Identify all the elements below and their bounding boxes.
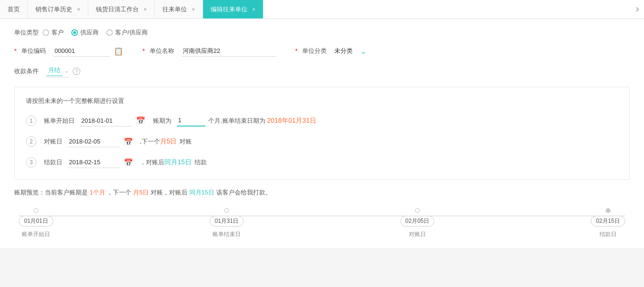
radio-both-label: 客户/供应商 (115, 28, 148, 37)
step-1: 1 (26, 116, 36, 126)
period-row2-pre: ,下一个 (140, 137, 160, 146)
step-2: 2 (26, 136, 36, 147)
timeline-label-0: 账单开始日 (22, 230, 50, 238)
timeline-dot-2 (415, 208, 420, 213)
period-date-1[interactable] (80, 115, 132, 127)
period-row2-post: 对账 (179, 137, 192, 146)
class-star: * (295, 47, 297, 55)
tab-cash-label: 钱货日清工作台 (96, 5, 139, 14)
collect-row: 收款条件 月结 ⌄ ? (14, 65, 630, 77)
unit-type-label: 单位类型 (14, 28, 39, 37)
unit-class-group: * 单位分类 未分类 ⌄ (295, 47, 366, 56)
unit-code-icon[interactable]: 📋 (114, 47, 123, 56)
timeline-point-1: 01月31日 账单结束日 (210, 208, 244, 238)
collect-value: 月结 (46, 65, 62, 76)
name-star: * (142, 47, 144, 55)
tab-cash-close[interactable]: × (144, 6, 147, 13)
period-month-input[interactable] (177, 115, 205, 127)
unit-code-group: * 单位编码 📋 (14, 45, 123, 57)
period-row3-pre: ，对账后 (140, 158, 164, 167)
period-row-3: 3 结款日 📅 ，对账后 同月15日 结款 (26, 157, 618, 168)
collect-select-wrapper[interactable]: 月结 ⌄ (46, 65, 69, 77)
unit-type-row: 单位类型 客户 供应商 客户/供应商 (14, 28, 630, 37)
unit-name-group: * 单位名称 (142, 45, 276, 57)
period-label-2: 对账日 (44, 137, 62, 146)
timeline-badge-1: 01月31日 (210, 216, 244, 227)
period-row2-highlight: 月5日 (160, 137, 177, 146)
timeline-wrapper: 01月01日 账单开始日 01月31日 账单结束日 02月05日 对账日 02月… (14, 208, 630, 238)
radio-both[interactable]: 客户/供应商 (106, 28, 148, 37)
period-label-3: 结款日 (44, 158, 62, 167)
tab-bar: 首页 销售订单历史 × 钱货日清工作台 × 往来单位 × 编辑往来单位 × (0, 0, 644, 19)
radio-supplier-label: 供应商 (80, 28, 99, 37)
collect-dropdown-arrow[interactable]: ⌄ (64, 68, 69, 74)
collect-label: 收款条件 (14, 67, 39, 76)
timeline-point-3: 02月15日 结款日 (591, 208, 625, 238)
timeline-label-2: 对账日 (409, 230, 426, 238)
timeline-point-0: 01月01日 账单开始日 (19, 208, 53, 238)
preview-middle2: 对账，对账后 (151, 189, 187, 196)
tab-partner[interactable]: 往来单位 × (155, 0, 203, 18)
period-suffix-pre: 个月,账单结束日期为 (208, 117, 265, 125)
tab-home[interactable]: 首页 (0, 0, 28, 18)
radio-both-circle (106, 29, 113, 36)
period-box: 请按照未来的一个完整帐期进行设置 1 账单开始日 📅 账期为 个月,账单结束日期… (14, 87, 630, 180)
preview-text: 账期预览：当前客户账期是 1个月 ，下一个 月5日 对账，对账后 同月15日 该… (14, 188, 630, 197)
step-3: 3 (26, 157, 36, 168)
unit-name-label: 单位名称 (150, 47, 174, 55)
preview-prefix: 账期预览：当前客户账期是 (14, 189, 88, 196)
preview-highlight3: 同月15日 (189, 189, 214, 196)
timeline-label-1: 账单结束日 (212, 230, 241, 238)
preview-middle1: ，下一个 (107, 189, 131, 196)
unit-code-input[interactable] (53, 45, 110, 57)
calendar-icon-2[interactable]: 📅 (124, 137, 133, 146)
timeline-dot-0 (34, 208, 38, 213)
tab-cash-work[interactable]: 钱货日清工作台 × (88, 0, 155, 18)
timeline-point-2: 02月05日 对账日 (400, 208, 435, 238)
tab-sales-label: 销售订单历史 (35, 5, 72, 14)
timeline-dot-3 (606, 208, 610, 213)
radio-customer[interactable]: 客户 (42, 28, 64, 37)
unit-class-dropdown-icon[interactable]: ⌄ (360, 47, 366, 56)
calendar-icon-1[interactable]: 📅 (136, 116, 145, 125)
timeline-badge-2: 02月05日 (400, 216, 435, 227)
unit-class-label: 单位分类 (302, 47, 327, 55)
tab-edit-close[interactable]: × (252, 6, 255, 13)
unit-class-value: 未分类 (334, 47, 353, 55)
period-for-label: 账期为 (153, 117, 171, 125)
unit-name-input[interactable] (182, 45, 276, 57)
radio-customer-circle (42, 29, 49, 36)
main-content: 单位类型 客户 供应商 客户/供应商 * 单位编码 📋 * 单位名称 (0, 19, 644, 248)
timeline-badge-0: 01月01日 (19, 216, 53, 227)
tab-edit-label: 编辑往来单位 (211, 5, 247, 14)
tab-sales-history[interactable]: 销售订单历史 × (28, 0, 88, 18)
period-end-date: 2018年01月31日 (267, 117, 316, 125)
timeline-points: 01月01日 账单开始日 01月31日 账单结束日 02月05日 对账日 02月… (19, 208, 625, 238)
tab-partner-label: 往来单位 (162, 5, 187, 14)
tab-home-label: 首页 (8, 5, 20, 14)
unit-fields-row: * 单位编码 📋 * 单位名称 * 单位分类 未分类 ⌄ (14, 45, 630, 57)
tab-edit-partner[interactable]: 编辑往来单位 × (203, 0, 263, 18)
calendar-icon-3[interactable]: 📅 (124, 158, 133, 167)
tab-partner-close[interactable]: × (192, 6, 195, 13)
preview-highlight1: 1个月 (90, 189, 105, 196)
period-row-1: 1 账单开始日 📅 账期为 个月,账单结束日期为 2018年01月31日 (26, 115, 618, 127)
timeline-label-3: 结款日 (600, 230, 617, 238)
preview-highlight2: 月5日 (133, 189, 149, 196)
period-row-2: 2 对账日 📅 ,下一个 月5日 对账 (26, 136, 618, 147)
period-label-1: 账单开始日 (44, 117, 75, 125)
tab-nav-arrow[interactable] (631, 0, 644, 18)
period-date-3[interactable] (68, 157, 120, 168)
period-row3-highlight: 同月15日 (164, 158, 192, 167)
radio-group: 客户 供应商 客户/供应商 (42, 28, 148, 37)
help-icon[interactable]: ? (73, 68, 80, 75)
timeline-badge-3: 02月15日 (591, 216, 625, 227)
period-title: 请按照未来的一个完整帐期进行设置 (26, 97, 618, 105)
tab-sales-close[interactable]: × (77, 6, 80, 13)
radio-customer-label: 客户 (51, 28, 64, 37)
unit-code-label: 单位编码 (21, 47, 46, 55)
period-row3-post: 结款 (195, 158, 207, 167)
radio-supplier[interactable]: 供应商 (71, 28, 99, 37)
period-date-2[interactable] (68, 136, 120, 147)
code-star: * (14, 47, 17, 55)
